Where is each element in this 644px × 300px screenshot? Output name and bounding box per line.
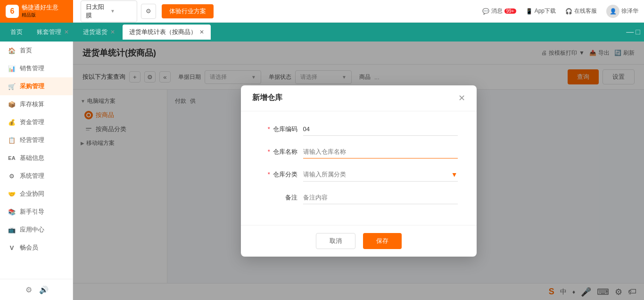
warehouse-remark-label: 备注 [260,193,297,202]
sidebar-item-sales-label: 销售管理 [20,64,44,73]
warehouse-name-row: * 仓库名称 [260,145,458,158]
new-warehouse-dialog: 新增仓库 ✕ * 仓库编码 * [241,85,477,257]
sidebar-item-finance-label: 资金管理 [20,118,44,126]
tab-purchase-return-close-icon[interactable]: ✕ [110,29,115,35]
sidebar-item-guide[interactable]: 📚 新手引导 [0,203,73,221]
app-icon: 📱 [526,8,533,15]
top-right-area: 💬 消息 99+ 📱 App下载 🎧 在线客服 👤 徐泽华 [482,5,638,18]
service-label: 在线客服 [574,7,597,15]
finance-icon: 💰 [8,118,16,126]
purchase-icon: 🛒 [8,82,16,91]
sidebar-item-home-label: 首页 [20,46,32,55]
required-star-cat: * [268,171,270,178]
enterprise-icon: 🤝 [8,190,16,198]
sidebar-item-finance[interactable]: 💰 资金管理 [0,113,73,131]
gear-icon: ⚙ [146,8,151,15]
sidebar-settings-button[interactable]: ⚙ [22,283,35,296]
dialog-title: 新增仓库 [252,93,282,103]
gear-button[interactable]: ⚙ [141,4,156,19]
brand-name: 畅捷通好生意 [22,4,58,12]
sidebar-item-purchase-label: 采购管理 [20,82,44,91]
warehouse-remark-input[interactable] [303,191,458,204]
sidebar-item-basic-info-label: 基础信息 [20,154,44,162]
minimize-button[interactable]: — [626,28,634,36]
sidebar-item-app-center-label: 应用中心 [20,225,44,234]
warehouse-category-input[interactable] [303,171,451,178]
warehouse-category-label: * 仓库分类 [260,170,297,179]
avatar: 👤 [606,5,619,18]
tab-purchase-return[interactable]: 进货退货 ✕ [76,25,122,40]
tab-purchase-stats-label: 进货单统计表（按商品） [129,28,197,36]
sidebar-item-operations[interactable]: 📋 经营管理 [0,131,73,149]
tab-bar: 首页 账套管理 ✕ 进货退货 ✕ 进货单统计表（按商品） ✕ — □ [0,23,644,42]
sidebar-item-vip[interactable]: V 畅会员 [0,239,73,257]
sidebar-item-enterprise[interactable]: 🤝 企业协同 [0,185,73,203]
sidebar-item-inventory-label: 库存核算 [20,100,44,108]
sidebar-nav: 🏠 首页 📊 销售管理 🛒 采购管理 📦 库存核算 💰 资金管理 📋 经 [0,42,73,279]
message-button[interactable]: 💬 消息 99+ [482,7,516,15]
dialog-overlay: 新增仓库 ✕ * 仓库编码 * [73,42,644,300]
sidebar-item-system-label: 系统管理 [20,172,44,180]
guide-icon: 📚 [8,208,16,216]
warehouse-name-input[interactable] [303,145,458,158]
app-center-icon: 📺 [8,225,16,234]
sidebar: 🏠 首页 📊 销售管理 🛒 采购管理 📦 库存核算 💰 资金管理 📋 经 [0,42,73,300]
sidebar-item-purchase[interactable]: 🛒 采购管理 [0,77,73,95]
store-arrow-icon: ▼ [110,8,132,14]
tab-purchase-return-label: 进货退货 [83,28,107,36]
inventory-icon: 📦 [8,100,16,108]
vip-icon: V [8,243,16,252]
sidebar-bottom: ⚙ 🔊 [0,279,73,300]
tab-home-label: 首页 [10,28,23,36]
sidebar-item-app-center[interactable]: 📺 应用中心 [0,221,73,239]
message-label: 消息 [491,7,503,15]
sidebar-item-operations-label: 经营管理 [20,136,44,144]
sidebar-item-inventory[interactable]: 📦 库存核算 [0,95,73,113]
sidebar-item-system[interactable]: ⚙ 系统管理 [0,167,73,185]
sidebar-item-guide-label: 新手引导 [20,208,44,216]
logo-area: 6 畅捷通好生意 精品版 [0,0,73,23]
app-download-button[interactable]: 📱 App下载 [526,7,556,15]
sidebar-speaker-button[interactable]: 🔊 [37,283,50,296]
system-icon: ⚙ [8,172,16,180]
edition-label: 精品版 [22,12,58,18]
sidebar-item-vip-label: 畅会员 [20,243,38,252]
warehouse-code-row: * 仓库编码 [260,123,458,136]
operations-icon: 📋 [8,136,16,144]
content-area: 进货单统计(按商品) 🖨 按模板打印 ▼ 📤 导出 🔄 刷新 [73,42,644,300]
sidebar-item-sales[interactable]: 📊 销售管理 [0,59,73,77]
sidebar-item-basic-info[interactable]: EA 基础信息 [0,149,73,167]
trial-button[interactable]: 体验行业方案 [162,4,214,18]
message-icon: 💬 [482,8,489,15]
tab-actions: — □ [626,28,640,36]
user-avatar-button[interactable]: 👤 徐泽华 [606,5,638,18]
logo-icon: 6 [6,5,19,18]
online-service-button[interactable]: 🎧 在线客服 [565,7,597,15]
dialog-body: * 仓库编码 * 仓库名称 [241,111,477,225]
tab-accounts-close-icon[interactable]: ✕ [64,29,69,35]
maximize-button[interactable]: □ [636,28,640,36]
main-layout: 🏠 首页 📊 销售管理 🛒 采购管理 📦 库存核算 💰 资金管理 📋 经 [0,42,644,300]
dialog-header: 新增仓库 ✕ [241,85,477,111]
dialog-close-button[interactable]: ✕ [458,93,465,103]
tab-purchase-stats-close-icon[interactable]: ✕ [199,29,204,35]
store-selector[interactable]: 日太阳膜 ▼ [81,0,137,22]
sidebar-item-home[interactable]: 🏠 首页 [0,42,73,59]
warehouse-code-input[interactable] [303,123,458,136]
save-button[interactable]: 保存 [363,233,402,249]
required-star-code: * [268,125,270,133]
store-name: 日太阳膜 [86,3,107,20]
home-icon: 🏠 [8,46,16,55]
basic-info-icon: EA [8,154,16,162]
tab-purchase-stats[interactable]: 进货单统计表（按商品） ✕ [123,25,211,40]
sales-icon: 📊 [8,64,16,73]
warehouse-category-select[interactable]: ▼ [303,168,458,182]
sidebar-item-enterprise-label: 企业协同 [20,190,44,198]
tab-home[interactable]: 首页 [4,25,29,40]
dialog-footer: 取消 保存 [241,225,477,257]
user-name: 徐泽华 [621,7,638,15]
warehouse-category-row: * 仓库分类 ▼ [260,168,458,182]
cancel-button[interactable]: 取消 [316,233,355,249]
tab-accounts[interactable]: 账套管理 ✕ [30,25,75,40]
required-star-name: * [268,148,270,155]
